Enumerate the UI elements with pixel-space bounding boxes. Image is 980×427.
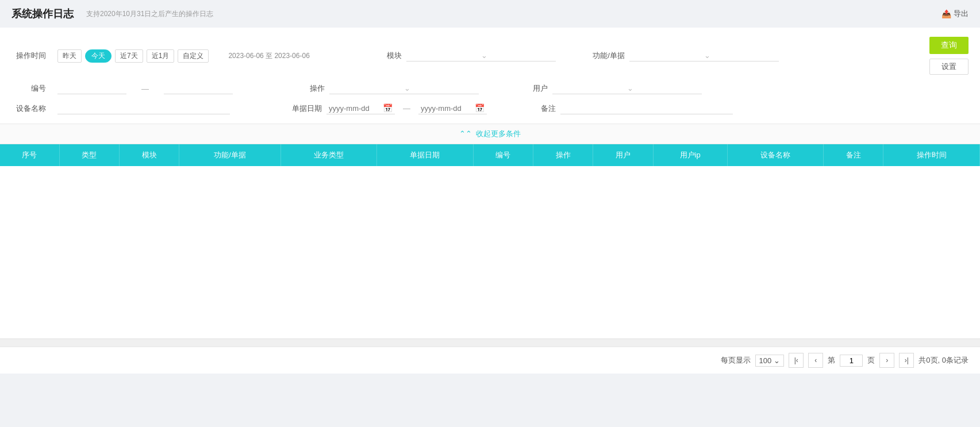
user-label: 用户 [513,83,548,94]
page-input[interactable] [840,355,863,367]
pagination-bar: 每页显示 100 ⌄ |‹ ‹ 第 页 › ›| 共0页, 0条记录 [0,347,980,374]
date-end-wrapper: 📅 [418,102,487,114]
module-arrow-icon: ⌄ [481,51,554,60]
per-page-select[interactable]: 100 ⌄ [755,355,785,367]
date-start-input[interactable] [329,104,381,113]
total-label: 共0页, 0条记录 [918,355,969,366]
export-label: 导出 [954,9,969,19]
custom-btn[interactable]: 自定义 [178,49,209,63]
module-label: 模块 [367,51,402,61]
user-select[interactable]: ⌄ [552,83,702,94]
code-end-input[interactable] [164,83,233,94]
export-icon: 📤 [941,9,951,18]
col-seq: 序号 [0,144,59,166]
col-func: 功能/单据 [179,144,280,166]
voucher-date-label: 单据日期 [287,103,322,114]
page-title: 系统操作日志 [11,7,74,21]
col-remark: 备注 [824,144,883,166]
page-subtitle: 支持2020年10月31日之后产生的操作日志 [86,9,213,19]
device-input[interactable] [57,103,230,114]
code-dash: — [141,84,149,93]
date-range: 2023-06-06 至 2023-06-06 [228,51,309,61]
remark-input[interactable] [560,103,733,114]
next-page-btn[interactable]: › [879,353,894,368]
operation-arrow-icon: ⌄ [404,84,476,93]
col-module: 模块 [120,144,179,166]
code-label: 编号 [11,83,46,94]
collapse-icon: ⌃⌃ [459,129,472,138]
operation-select[interactable]: ⌄ [329,83,479,94]
data-table: 序号 类型 模块 功能/单据 业务类型 单据日期 编号 操作 用户 用户ip 设… [0,144,980,166]
today-btn[interactable]: 今天 [85,49,112,63]
settings-button[interactable]: 设置 [929,59,969,75]
table-container: 序号 类型 模块 功能/单据 业务类型 单据日期 编号 操作 用户 用户ip 设… [0,144,980,338]
scrollbar-area[interactable] [0,338,980,347]
time-options: 昨天 今天 近7天 近1月 自定义 [57,49,209,63]
col-op-time: 操作时间 [883,144,980,166]
last7-btn[interactable]: 近7天 [115,49,143,63]
filter-panel: 操作时间 昨天 今天 近7天 近1月 自定义 2023-06-06 至 2023… [0,28,980,124]
per-page-value: 100 [759,356,772,365]
filter-row-1: 操作时间 昨天 今天 近7天 近1月 自定义 2023-06-06 至 2023… [11,37,969,75]
col-operation: 操作 [533,144,593,166]
filter-row-2: 编号 — 操作 ⌄ 用户 ⌄ [11,83,969,94]
collapse-bar[interactable]: ⌃⌃ 收起更多条件 [0,124,980,144]
last1m-btn[interactable]: 近1月 [147,49,175,63]
module-select[interactable]: ⌄ [406,50,556,61]
col-type: 类型 [59,144,119,166]
empty-area [0,166,980,338]
calendar-end-icon[interactable]: 📅 [475,103,485,113]
table-header-row: 序号 类型 模块 功能/单据 业务类型 单据日期 编号 操作 用户 用户ip 设… [0,144,980,166]
last-page-btn[interactable]: ›| [899,353,914,368]
col-biz-type: 业务类型 [280,144,376,166]
col-code: 编号 [473,144,533,166]
col-voucher-date: 单据日期 [377,144,473,166]
query-button[interactable]: 查询 [929,37,969,54]
page-header: 系统操作日志 支持2020年10月31日之后产生的操作日志 📤 导出 [0,0,980,28]
func-label: 功能/单据 [590,51,625,61]
filter-row-3: 设备名称 单据日期 📅 — 📅 备注 [11,102,969,114]
page-label: 第 [828,355,835,366]
yesterday-btn[interactable]: 昨天 [57,49,82,63]
date-start-wrapper: 📅 [326,102,395,114]
remark-label: 备注 [521,103,556,114]
action-buttons: 查询 设置 [929,37,969,75]
device-label: 设备名称 [11,103,46,114]
per-page-label: 每页显示 [721,355,751,366]
prev-page-btn[interactable]: ‹ [808,353,823,368]
collapse-label: 收起更多条件 [476,129,521,138]
func-arrow-icon: ⌄ [704,51,777,60]
per-page-arrow-icon: ⌄ [774,356,780,365]
user-arrow-icon: ⌄ [627,84,700,93]
calendar-start-icon[interactable]: 📅 [383,103,393,113]
first-page-btn[interactable]: |‹ [789,353,804,368]
export-button[interactable]: 📤 导出 [941,9,969,19]
operation-label: 操作 [290,83,325,94]
date-end-input[interactable] [421,104,472,113]
col-user-ip: 用户ip [653,144,727,166]
page-suffix: 页 [867,355,875,366]
code-start-input[interactable] [57,83,126,94]
col-device: 设备名称 [727,144,823,166]
col-user: 用户 [593,144,653,166]
func-select[interactable]: ⌄ [629,50,779,61]
time-label: 操作时间 [11,51,46,61]
date-dash: — [403,104,410,113]
